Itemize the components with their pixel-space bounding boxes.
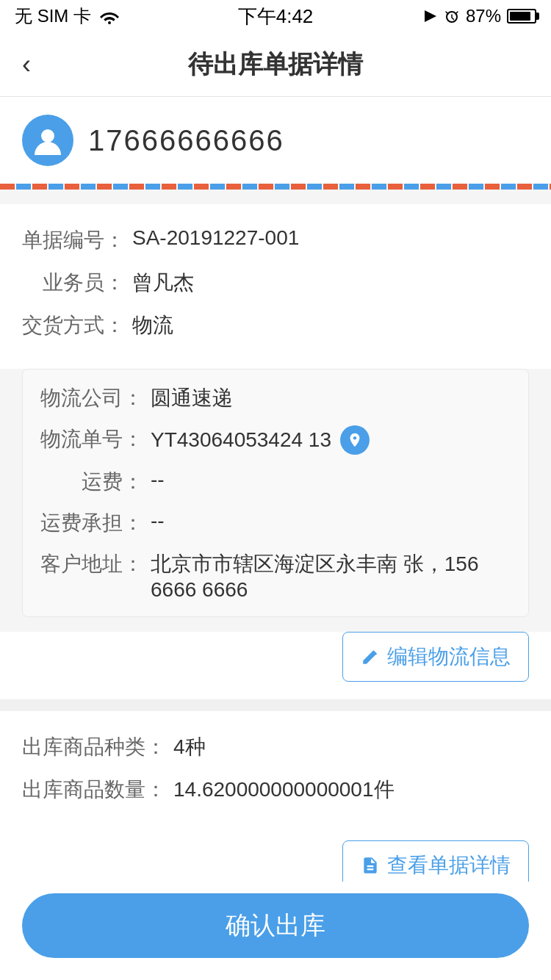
view-button-label: 查看单据详情 [387,851,511,879]
battery-icon [507,9,536,24]
wifi-icon [98,8,120,24]
logistics-company-value: 圆通速递 [151,384,511,412]
delivery-method-label: 交货方式： [22,311,125,339]
product-quantity-row: 出库商品数量： 14.620000000000001件 [22,776,529,804]
product-types-value: 4种 [173,733,206,761]
confirm-button-label: 确认出库 [226,909,325,943]
logistics-address-label: 客户地址： [40,550,143,578]
order-no-value: SA-20191227-001 [132,226,529,250]
logistics-freight-bearer-row: 运费承担： -- [40,509,511,537]
edit-button-label: 编辑物流信息 [387,643,511,671]
edit-logistics-button[interactable]: 编辑物流信息 [342,632,529,682]
delivery-method-row: 交货方式： 物流 [22,311,529,339]
section-divider [0,699,551,711]
salesman-row: 业务员： 曾凡杰 [22,269,529,297]
product-quantity-label: 出库商品数量： [22,776,166,804]
tracking-no-text: YT43064053424 13 [151,428,331,452]
carrier-text: 无 SIM 卡 [15,4,91,28]
page-title: 待出库单据详情 [188,48,363,82]
confirm-button[interactable]: 确认出库 [22,893,529,958]
nav-bar: ‹ 待出库单据详情 [0,32,551,97]
edit-btn-row: 编辑物流信息 [0,632,551,699]
logistics-freight-bearer-label: 运费承担： [40,509,143,537]
order-no-row: 单据编号： SA-20191227-001 [22,226,529,254]
battery-percent: 87% [466,6,501,26]
logistics-freight-value: -- [151,468,511,491]
logistics-tracking-row: 物流单号： YT43064053424 13 [40,425,511,455]
back-button[interactable]: ‹ [22,49,31,80]
product-types-row: 出库商品种类： 4种 [22,733,529,761]
status-bar-right: 87% [423,6,536,26]
status-bar-left: 无 SIM 卡 [15,4,120,28]
logistics-tracking-value: YT43064053424 13 [151,425,511,455]
user-phone: 17666666666 [88,124,284,157]
document-icon [361,856,380,875]
location-arrow-icon [423,9,438,24]
pin-icon [347,432,363,448]
logistics-freight-label: 运费： [40,468,143,496]
delivery-method-value: 物流 [132,311,529,339]
product-quantity-value: 14.620000000000001件 [173,776,395,804]
logistics-company-row: 物流公司： 圆通速递 [40,384,511,412]
order-info-section: 单据编号： SA-20191227-001 业务员： 曾凡杰 交货方式： 物流 [0,204,551,369]
product-section: 出库商品种类： 4种 出库商品数量： 14.620000000000001件 [0,711,551,833]
order-no-label: 单据编号： [22,226,125,254]
product-types-label: 出库商品种类： [22,733,166,761]
alarm-icon [444,8,460,24]
logistics-freight-row: 运费： -- [40,468,511,496]
confirm-btn-wrapper: 确认出库 [0,882,551,980]
status-bar: 无 SIM 卡 下午4:42 87% [0,0,551,32]
logistics-address-row: 客户地址： 北京市市辖区海淀区永丰南 张，156 6666 6666 [40,550,511,602]
logistics-tracking-label: 物流单号： [40,425,143,453]
svg-point-1 [41,129,54,143]
logistics-company-label: 物流公司： [40,384,143,412]
dashed-separator [0,184,551,190]
salesman-label: 业务员： [22,269,125,297]
status-bar-time: 下午4:42 [238,4,314,29]
person-icon [32,124,64,156]
user-section: 17666666666 [0,97,551,184]
tracking-location-icon[interactable] [340,425,370,455]
salesman-value: 曾凡杰 [132,269,529,297]
logistics-address-value: 北京市市辖区海淀区永丰南 张，156 6666 6666 [151,550,511,602]
avatar [22,115,73,166]
edit-icon [361,647,380,666]
logistics-box: 物流公司： 圆通速递 物流单号： YT43064053424 13 运费： --… [22,369,529,617]
logistics-freight-bearer-value: -- [151,509,511,533]
